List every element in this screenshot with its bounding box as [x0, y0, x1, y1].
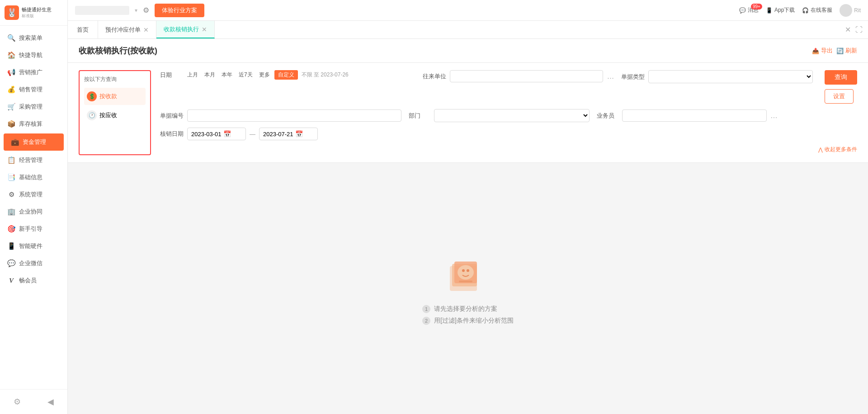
- sidebar-item-sales[interactable]: 💰 销售管理: [0, 81, 67, 98]
- main-content: 1 请先选择要分析的方案 2 用[过滤]条件来缩小分析范围: [68, 163, 868, 414]
- sidebar-item-operation[interactable]: 📋 经营管理: [0, 152, 67, 169]
- refresh-button[interactable]: 🔄 刷新: [836, 47, 857, 55]
- date-label: 日期: [160, 71, 182, 79]
- sidebar-item-inventory[interactable]: 📦 库存核算: [0, 115, 67, 133]
- collapse-conditions-button[interactable]: ⋀ 收起更多条件: [818, 146, 857, 153]
- sidebar-item-wechat[interactable]: 💬 企业微信: [0, 255, 67, 272]
- filter-by-receivable[interactable]: 🕐 按应收: [84, 107, 146, 124]
- wechat-icon: 💬: [7, 259, 15, 267]
- app-icon: 📱: [766, 7, 773, 14]
- filter-by-receipt[interactable]: 💲 按收款: [84, 88, 146, 105]
- export-button[interactable]: 📤 导出: [812, 47, 833, 55]
- tip-num-2: 2: [422, 317, 430, 325]
- staff-input[interactable]: [622, 109, 767, 122]
- writeoff-start-input[interactable]: 2023-03-01 📅: [187, 128, 246, 140]
- svg-point-5: [467, 269, 469, 272]
- sidebar-item-basic[interactable]: 📑 基础信息: [0, 169, 67, 186]
- user-avatar[interactable]: Rit: [840, 4, 861, 17]
- tab-writeoff-close-icon[interactable]: ✕: [202, 26, 207, 33]
- calendar-end-icon[interactable]: 📅: [295, 130, 303, 138]
- tab-home[interactable]: 首页: [68, 21, 98, 38]
- filter-area: 按以下方查询 💲 按收款 🕐 按应收 日期: [68, 63, 868, 163]
- sidebar-item-corp[interactable]: 🏢 企业协同: [0, 203, 67, 220]
- receipt-icon: 💲: [87, 91, 97, 101]
- refresh-icon: 🔄: [836, 48, 844, 54]
- message-button[interactable]: 💬 消息 99+: [739, 6, 759, 14]
- date-quick-btns: 上月 本月 本年 近7天 更多 自定义: [185, 70, 298, 80]
- writeoff-end-input[interactable]: 2023-07-21 📅: [259, 128, 318, 140]
- inventory-icon: 📦: [7, 120, 15, 128]
- topbar-gear-icon[interactable]: ⚙: [143, 6, 149, 14]
- counterpart-more-icon[interactable]: …: [607, 72, 614, 81]
- basic-icon: 📑: [7, 173, 15, 181]
- bill-type-select[interactable]: [648, 70, 813, 83]
- app-download-button[interactable]: 📱 App下载: [766, 6, 795, 14]
- tab-close-all-icon[interactable]: ✕: [845, 25, 851, 34]
- brand-input[interactable]: [75, 6, 129, 15]
- sidebar-item-quick-nav[interactable]: 🏠 快捷导航: [0, 47, 67, 64]
- date-this-year-btn[interactable]: 本年: [220, 70, 234, 80]
- date-no-limit: 不限 至 2023-07-26: [302, 71, 349, 79]
- settings-button[interactable]: 设置: [825, 89, 854, 104]
- solution-button[interactable]: 体验行业方案: [155, 4, 204, 17]
- settings-bottom-icon[interactable]: ⚙: [11, 394, 24, 409]
- system-icon: ⚙: [7, 190, 15, 199]
- message-icon: 💬: [739, 7, 746, 14]
- app-edition: 标准版: [22, 13, 52, 19]
- sidebar-item-finance[interactable]: 💼 资金管理: [4, 133, 64, 151]
- query-button[interactable]: 查询: [825, 70, 857, 85]
- empty-state: 1 请先选择要分析的方案 2 用[过滤]条件来缩小分析范围: [422, 252, 514, 325]
- purchase-icon: 🛒: [7, 103, 15, 111]
- page-header: 收款核销执行(按收款) 📤 导出 🔄 刷新: [68, 39, 868, 63]
- staff-more-icon[interactable]: …: [770, 112, 778, 120]
- calendar-start-icon[interactable]: 📅: [223, 130, 231, 138]
- date-this-month-btn[interactable]: 本月: [203, 70, 217, 80]
- bill-number-input[interactable]: [187, 109, 401, 122]
- operation-icon: 📋: [7, 156, 15, 164]
- svg-point-4: [462, 269, 465, 272]
- dept-select[interactable]: [434, 109, 590, 122]
- sidebar-item-guide[interactable]: 🎯 新手引导: [0, 220, 67, 238]
- sidebar-item-marketing[interactable]: 📢 营销推广: [0, 64, 67, 81]
- tab-fullscreen-icon[interactable]: ⛶: [855, 26, 863, 34]
- svg-rect-6: [459, 281, 472, 282]
- collapse-sidebar-icon[interactable]: ◀: [45, 394, 57, 409]
- counterpart-input[interactable]: [450, 70, 604, 82]
- sales-icon: 💰: [7, 86, 15, 94]
- sidebar-item-search[interactable]: 🔍 搜索菜单: [0, 29, 67, 47]
- empty-illustration: [441, 252, 495, 298]
- tab-prepay[interactable]: 预付冲应付单 ✕: [98, 21, 156, 38]
- staff-label: 业务员: [597, 112, 618, 120]
- online-service-button[interactable]: 🎧 在线客服: [802, 6, 832, 14]
- filter-left-panel: 按以下方查询 💲 按收款 🕐 按应收: [79, 70, 151, 155]
- tip-num-1: 1: [422, 305, 430, 313]
- username-label: Rit: [854, 7, 861, 14]
- tab-writeoff[interactable]: 收款核销执行 ✕: [156, 21, 215, 38]
- topbar-dropdown-icon[interactable]: ▾: [135, 7, 137, 14]
- member-icon: V: [7, 277, 15, 285]
- tab-prepay-close-icon[interactable]: ✕: [143, 27, 149, 33]
- date-range-sep: —: [250, 131, 255, 138]
- date-7days-btn[interactable]: 近7天: [237, 70, 255, 80]
- message-badge: 99+: [751, 4, 762, 10]
- sidebar-item-member[interactable]: V 畅会员: [0, 272, 67, 289]
- writeoff-start-value: 2023-03-01: [191, 131, 222, 138]
- hardware-icon: 📱: [7, 242, 15, 250]
- bill-number-label: 单据编号: [160, 112, 184, 120]
- filter-panel-title: 按以下方查询: [84, 76, 146, 83]
- corp-icon: 🏢: [7, 208, 15, 216]
- sidebar-item-system[interactable]: ⚙ 系统管理: [0, 186, 67, 203]
- guide-icon: 🎯: [7, 225, 15, 233]
- finance-icon: 💼: [11, 138, 19, 146]
- date-custom-btn[interactable]: 自定义: [274, 70, 298, 80]
- dept-label: 部门: [409, 112, 430, 120]
- empty-tip-1: 1 请先选择要分析的方案: [422, 305, 514, 313]
- main-area: ▾ ⚙ 体验行业方案 💬 消息 99+ 📱 App下载 🎧 在线客服 Rit: [68, 0, 868, 414]
- date-more-btn[interactable]: 更多: [257, 70, 272, 80]
- filter-right: 日期 上月 本月 本年 近7天 更多 自定义 不限 至 2023-07-26: [160, 70, 857, 155]
- sidebar: 🐰 畅捷通好生意 标准版 🔍 搜索菜单 🏠 快捷导航 📢 营销推广 💰 销售管理…: [0, 0, 68, 414]
- sidebar-item-purchase[interactable]: 🛒 采购管理: [0, 98, 67, 115]
- date-last-month-btn[interactable]: 上月: [185, 70, 200, 80]
- sidebar-item-hardware[interactable]: 📱 智能硬件: [0, 238, 67, 255]
- export-icon: 📤: [812, 48, 819, 54]
